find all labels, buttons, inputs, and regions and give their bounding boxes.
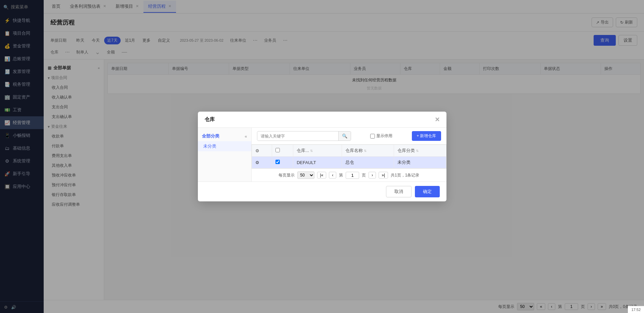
row-category: 未分类: [394, 157, 446, 168]
modal-header: 仓库 ✕: [198, 112, 446, 128]
gear-col-icon: [255, 148, 259, 153]
modal-next-btn[interactable]: ›: [369, 172, 376, 179]
row-select-checkbox[interactable]: [275, 160, 280, 164]
modal-search-wrap: 🔍: [257, 131, 351, 141]
modal-footer: 取消 确定: [198, 182, 446, 201]
modal-page-label: 第: [339, 172, 343, 178]
modal-all-category[interactable]: 全部分类 «: [198, 131, 251, 141]
modal-col-checkbox: [272, 145, 293, 157]
row-gear: ⚙: [252, 157, 272, 168]
modal-table: 仓库...⇅ 仓库名称⇅ 仓库分类⇅ ⚙ DEFAULT 总仓 未分类: [252, 145, 446, 168]
show-disabled-group: 显示停用: [370, 133, 392, 139]
row-name: 总仓: [342, 157, 394, 168]
show-disabled-label: 显示停用: [376, 133, 392, 139]
modal-search-button[interactable]: 🔍: [338, 131, 351, 141]
modal-sidebar-collapse-icon[interactable]: «: [245, 134, 247, 139]
modal-total-label: 共1页，1条记录: [391, 172, 419, 178]
show-disabled-checkbox[interactable]: [370, 134, 375, 139]
modal-last-btn[interactable]: »|: [379, 172, 388, 179]
modal-page-unit: 页: [362, 172, 366, 178]
tray-time: 17:52: [631, 308, 641, 312]
select-all-checkbox[interactable]: [275, 148, 280, 152]
modal-per-page-label: 每页显示: [278, 172, 295, 178]
modal-main-content: 🔍 显示停用 + 新增仓库: [252, 128, 446, 182]
row-code: DEFAULT: [293, 157, 342, 168]
modal-overlay: 仓库 ✕ 全部分类 « 未分类 🔍: [0, 0, 644, 313]
modal-title: 仓库: [205, 116, 215, 123]
confirm-button[interactable]: 确定: [415, 186, 440, 197]
modal-col-code: 仓库...⇅: [293, 145, 342, 157]
modal-sidebar: 全部分类 « 未分类: [198, 128, 252, 182]
modal-pagination: 每页显示 50100 |« ‹ 第 页 › »| 共1页，1条记录: [252, 168, 446, 182]
modal-prev-btn[interactable]: ‹: [329, 172, 336, 179]
row-checkbox: [272, 157, 293, 168]
all-category-label: 全部分类: [202, 133, 219, 139]
warehouse-modal: 仓库 ✕ 全部分类 « 未分类 🔍: [198, 112, 446, 201]
modal-page-input[interactable]: [346, 172, 359, 179]
modal-close-button[interactable]: ✕: [435, 117, 440, 123]
modal-body: 全部分类 « 未分类 🔍 显示停用: [198, 128, 446, 182]
modal-per-page-select[interactable]: 50100: [297, 171, 314, 179]
modal-sidebar-item-未分类[interactable]: 未分类: [198, 141, 251, 151]
modal-toolbar: 🔍 显示停用 + 新增仓库: [252, 128, 446, 145]
system-tray: 17:52: [628, 306, 644, 313]
modal-col-name: 仓库名称⇅: [342, 145, 394, 157]
modal-table-wrap: 仓库...⇅ 仓库名称⇅ 仓库分类⇅ ⚙ DEFAULT 总仓 未分类: [252, 145, 446, 168]
modal-col-gear: [252, 145, 272, 157]
modal-search-input[interactable]: [257, 132, 338, 141]
modal-table-row[interactable]: ⚙ DEFAULT 总仓 未分类: [252, 157, 446, 168]
modal-col-category: 仓库分类⇅: [394, 145, 446, 157]
add-warehouse-button[interactable]: + 新增仓库: [412, 131, 441, 141]
cancel-button[interactable]: 取消: [386, 186, 412, 197]
modal-first-btn[interactable]: |«: [317, 172, 327, 179]
row-gear-icon: ⚙: [255, 160, 259, 165]
